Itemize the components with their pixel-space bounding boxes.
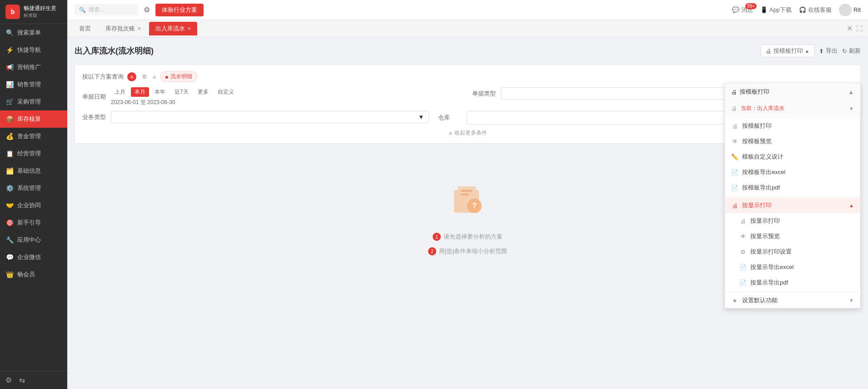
refresh-icon: ↻ [842, 48, 847, 55]
filter-section-label: 按以下方案查询 [82, 73, 124, 81]
system-icon: ⚙️ [5, 184, 14, 192]
dropdown-item-display-print-settings[interactable]: ⚙ 按显示打印设置 [725, 244, 860, 259]
wechat-icon: 💬 [5, 253, 14, 261]
print-icon: 🖨 [766, 48, 772, 55]
date-range-display: 2023-06-01 至 2023-06-30 [111, 99, 238, 106]
tab-inventory-flow[interactable]: 出入库流水 × [149, 22, 197, 35]
dropdown-collapse-icon[interactable]: ▲ [848, 89, 854, 95]
sidebar-item-wechat[interactable]: 💬 企业微信 [0, 249, 67, 266]
business-type-dropdown-icon: ▼ [418, 114, 424, 120]
svg-rect-2 [461, 190, 472, 192]
online-service-button[interactable]: 🎧 在线客服 [799, 6, 832, 14]
print-header-icon: 🖨 [731, 89, 737, 95]
business-type-select[interactable]: ▼ [111, 111, 429, 123]
sidebar-nav: 🔍 搜索菜单 ⚡ 快捷导航 📢 营销推广 📊 销售管理 🛒 采购管理 📦 库存核… [0, 24, 67, 371]
settings-bottom-icon[interactable]: ⚙ [5, 376, 12, 384]
dropdown-item-template-print[interactable]: 🖨 按模板打印 [725, 118, 860, 134]
maximize-icon[interactable]: ⛶ [856, 25, 863, 32]
filter-collapse-icon[interactable]: « [153, 73, 156, 80]
template-excel-icon: 📄 [731, 169, 738, 176]
export-icon: ⬆ [819, 48, 824, 55]
sidebar-item-finance[interactable]: 💰 资金管理 [0, 128, 67, 145]
inventory-icon: 📦 [5, 115, 14, 123]
filter-add-button[interactable]: + [127, 72, 136, 81]
tab-home[interactable]: 首页 [73, 22, 97, 35]
empty-illustration: ? [445, 176, 490, 222]
print-dropdown-panel: 🖨 按模板打印 ▲ 🖨 当前：出入库流水 ▼ 🖨 按模板打印 👁 按模板预览 [724, 83, 861, 309]
sidebar-item-search[interactable]: 🔍 搜索菜单 [0, 24, 67, 41]
user-avatar-button[interactable]: Rit [839, 4, 861, 16]
sidebar-item-inventory[interactable]: 📦 库存核算 [0, 110, 67, 128]
template-print-icon: 🖨 [731, 122, 738, 130]
voucher-type-label: 单据类型 [472, 90, 497, 98]
sidebar-item-quick-nav[interactable]: ⚡ 快捷导航 [0, 41, 67, 59]
sidebar-item-system[interactable]: ⚙️ 系统管理 [0, 180, 67, 197]
sidebar-item-guide[interactable]: 🎯 新手引导 [0, 214, 67, 231]
dropdown-item-display-print-group[interactable]: 🖨 按显示打印 ▲ [725, 198, 860, 213]
export-button[interactable]: ⬆ 导出 [819, 47, 838, 55]
dropdown-item-set-default[interactable]: ★ 设置默认功能 ▼ [725, 293, 860, 308]
display-print-sub-icon: 🖨 [739, 217, 747, 224]
sidebar-item-apps[interactable]: 🔧 应用中心 [0, 231, 67, 249]
collapse-sidebar-icon[interactable]: ⇆ [19, 376, 25, 384]
messages-button[interactable]: 💬 消息 99+ [732, 6, 753, 14]
dropdown-item-template-preview[interactable]: 👁 按模板预览 [725, 134, 860, 149]
dropdown-item-template-custom[interactable]: ✏️ 模板自定义设计 [725, 149, 860, 165]
purchase-icon: 🛒 [5, 98, 14, 106]
headset-icon: 🎧 [799, 6, 806, 13]
topbar-search-box[interactable]: 🔍 搜索... [75, 4, 138, 15]
sidebar-item-marketing[interactable]: 📢 营销推广 [0, 59, 67, 76]
sidebar-item-base[interactable]: 🗂️ 基础信息 [0, 162, 67, 180]
sidebar-item-sales[interactable]: 📊 销售管理 [0, 76, 67, 93]
set-default-icon: ★ [731, 297, 738, 304]
filter-group-business-type: 业务类型 ▼ [82, 111, 429, 123]
topbar-search-placeholder: 搜索... [89, 6, 104, 14]
tab-inventory-flow-close[interactable]: × [188, 25, 191, 32]
collapse-up-icon: ∧ [449, 130, 453, 136]
close-tab-panel-icon[interactable]: ✕ [847, 24, 853, 33]
page-title-bar: 出入库流水(流水明细) 🖨 按模板打印 ▲ ⬆ 导出 ↻ 刷新 [75, 45, 861, 57]
dropdown-item-display-export-pdf[interactable]: 📄 按显示导出pdf [725, 275, 860, 290]
marketing-icon: 📢 [5, 63, 14, 71]
finance-icon: 💰 [5, 132, 14, 140]
app-download-icon: 📱 [760, 6, 768, 13]
display-print-settings-icon: ⚙ [739, 248, 747, 255]
tab-batch-account[interactable]: 库存批次账 × [99, 22, 147, 35]
refresh-button[interactable]: ↻ 刷新 [842, 47, 861, 55]
topbar-search-icon: 🔍 [79, 7, 86, 13]
template-preview-icon: 👁 [731, 138, 738, 145]
sidebar-item-collab[interactable]: 🤝 企业协同 [0, 197, 67, 214]
date-opt-more[interactable]: 更多 [194, 87, 212, 97]
collab-icon: 🤝 [5, 201, 14, 209]
dropdown-item-template-export-excel[interactable]: 📄 按模板导出excel [725, 165, 860, 180]
dropdown-item-template-export-pdf[interactable]: 📄 按模板导出pdf [725, 180, 860, 195]
filter-setting-icon[interactable]: ⚙ [140, 72, 149, 81]
date-opt-custom[interactable]: 自定义 [214, 87, 238, 97]
date-opt-7days[interactable]: 近7天 [171, 87, 192, 97]
app-download-button[interactable]: 📱 App下载 [760, 6, 792, 14]
current-item-arrow: ▼ [849, 106, 854, 111]
dropdown-item-display-preview[interactable]: 👁 按显示预览 [725, 229, 860, 244]
dropdown-current-item[interactable]: 🖨 当前：出入库流水 ▼ [725, 101, 860, 116]
dropdown-item-display-export-excel[interactable]: 📄 按显示导出excel [725, 259, 860, 275]
print-button[interactable]: 🖨 按模板打印 ▲ [761, 45, 814, 57]
dropdown-item-display-print[interactable]: 🖨 按显示打印 [725, 213, 860, 229]
template-custom-icon: ✏️ [731, 153, 738, 160]
search-icon: 🔍 [5, 29, 14, 37]
app-brand-sub: 标准版 [24, 12, 56, 19]
date-opt-this-month[interactable]: 本月 [131, 87, 149, 97]
date-opt-last-month[interactable]: 上月 [111, 87, 129, 97]
display-pdf-icon: 📄 [739, 279, 747, 286]
sidebar-item-ops[interactable]: 📋 经营管理 [0, 145, 67, 162]
industry-solution-button[interactable]: 体验行业方案 [155, 4, 204, 16]
date-opt-this-year[interactable]: 本年 [151, 87, 169, 97]
member-icon: 👑 [5, 270, 14, 279]
sidebar-item-purchase[interactable]: 🛒 采购管理 [0, 93, 67, 110]
print-chevron-up-icon: ▲ [805, 49, 809, 54]
base-icon: 🗂️ [5, 167, 14, 175]
sidebar-item-member[interactable]: 👑 畅会员 [0, 266, 67, 283]
display-print-group-icon: 🖨 [731, 202, 738, 209]
topbar-gear-icon[interactable]: ⚙ [144, 5, 150, 14]
tab-batch-account-close[interactable]: × [138, 25, 141, 32]
app-logo-icon: b [5, 5, 20, 19]
